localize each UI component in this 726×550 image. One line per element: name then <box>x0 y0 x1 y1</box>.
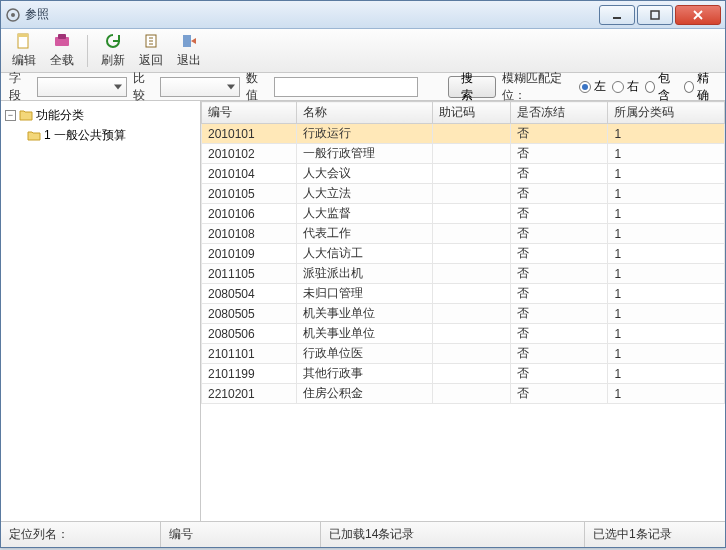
cell-mnemonic <box>432 204 510 224</box>
back-button[interactable]: 返回 <box>134 31 168 71</box>
cell-mnemonic <box>432 184 510 204</box>
fuzzy-label: 模糊匹配定位： <box>502 70 573 104</box>
table-row[interactable]: 2210201住房公积金否1 <box>202 384 725 404</box>
radio-right[interactable]: 右 <box>612 78 639 95</box>
body: − 功能分类 1 一般公共预算 编号名称助记码是否冻结所属分类码 2010101… <box>1 101 725 521</box>
tree-child-label: 1 一般公共预算 <box>44 127 126 144</box>
cell-id: 2101199 <box>202 364 297 384</box>
cell-cat: 1 <box>608 184 725 204</box>
column-header[interactable]: 助记码 <box>432 102 510 124</box>
cell-frozen: 否 <box>511 144 608 164</box>
cell-id: 2010104 <box>202 164 297 184</box>
table-row[interactable]: 2010108代表工作否1 <box>202 224 725 244</box>
fullload-button[interactable]: 全载 <box>45 31 79 71</box>
cell-cat: 1 <box>608 344 725 364</box>
cell-id: 2080504 <box>202 284 297 304</box>
svg-rect-9 <box>183 35 191 47</box>
cell-frozen: 否 <box>511 124 608 144</box>
window-buttons <box>597 5 721 25</box>
refresh-button[interactable]: 刷新 <box>96 31 130 71</box>
cell-mnemonic <box>432 244 510 264</box>
table-row[interactable]: 2011105派驻派出机否1 <box>202 264 725 284</box>
cell-mnemonic <box>432 304 510 324</box>
svg-rect-2 <box>613 17 621 19</box>
table-row[interactable]: 2010104人大会议否1 <box>202 164 725 184</box>
window-title: 参照 <box>25 6 597 23</box>
cell-mnemonic <box>432 284 510 304</box>
cell-id: 2010106 <box>202 204 297 224</box>
cell-cat: 1 <box>608 144 725 164</box>
status-selected: 已选中1条记录 <box>585 522 725 547</box>
cell-frozen: 否 <box>511 304 608 324</box>
filter-bar: 字段 比较 数值 搜索 模糊匹配定位： 左 右 包含 精确 <box>1 73 725 101</box>
search-button[interactable]: 搜索 <box>448 76 496 98</box>
cell-frozen: 否 <box>511 384 608 404</box>
tree-child[interactable]: 1 一般公共预算 <box>3 125 198 145</box>
table-row[interactable]: 2080506机关事业单位否1 <box>202 324 725 344</box>
cell-cat: 1 <box>608 324 725 344</box>
status-bar: 定位列名： 编号 已加载14条记录 已选中1条记录 <box>1 521 725 547</box>
fullload-label: 全载 <box>50 52 74 69</box>
column-header[interactable]: 编号 <box>202 102 297 124</box>
table-row[interactable]: 2010105人大立法否1 <box>202 184 725 204</box>
data-grid[interactable]: 编号名称助记码是否冻结所属分类码 2010101行政运行否12010102一般行… <box>201 101 725 521</box>
exit-button[interactable]: 退出 <box>172 31 206 71</box>
maximize-button[interactable] <box>637 5 673 25</box>
cell-cat: 1 <box>608 224 725 244</box>
cell-id: 2010102 <box>202 144 297 164</box>
table-row[interactable]: 2101101行政单位医否1 <box>202 344 725 364</box>
cell-mnemonic <box>432 224 510 244</box>
cell-cat: 1 <box>608 284 725 304</box>
column-header[interactable]: 名称 <box>297 102 433 124</box>
radio-exact[interactable]: 精确 <box>684 70 717 104</box>
minimize-button[interactable] <box>599 5 635 25</box>
tree-root-label: 功能分类 <box>36 107 84 124</box>
cell-name: 行政单位医 <box>297 344 433 364</box>
cell-cat: 1 <box>608 264 725 284</box>
table-row[interactable]: 2010109人大信访工否1 <box>202 244 725 264</box>
cell-frozen: 否 <box>511 264 608 284</box>
table-row[interactable]: 2010102一般行政管理否1 <box>202 144 725 164</box>
table-row[interactable]: 2101199其他行政事否1 <box>202 364 725 384</box>
cell-name: 人大监督 <box>297 204 433 224</box>
cell-cat: 1 <box>608 204 725 224</box>
table-row[interactable]: 2080505机关事业单位否1 <box>202 304 725 324</box>
svg-rect-7 <box>58 34 66 39</box>
radio-contain[interactable]: 包含 <box>645 70 678 104</box>
tree-root[interactable]: − 功能分类 <box>3 105 198 125</box>
refresh-icon <box>104 32 122 50</box>
back-icon <box>142 32 160 50</box>
radio-left[interactable]: 左 <box>579 78 606 95</box>
field-select[interactable] <box>37 77 127 97</box>
cell-name: 派驻派出机 <box>297 264 433 284</box>
svg-point-1 <box>11 13 15 17</box>
value-input[interactable] <box>274 77 419 97</box>
cell-mnemonic <box>432 164 510 184</box>
value-label: 数值 <box>246 70 268 104</box>
cell-id: 2010101 <box>202 124 297 144</box>
table-row[interactable]: 2080504未归口管理否1 <box>202 284 725 304</box>
fullload-icon <box>53 32 71 50</box>
back-label: 返回 <box>139 52 163 69</box>
column-header[interactable]: 是否冻结 <box>511 102 608 124</box>
cell-cat: 1 <box>608 164 725 184</box>
table-row[interactable]: 2010106人大监督否1 <box>202 204 725 224</box>
edit-button[interactable]: 编辑 <box>7 31 41 71</box>
fuzzy-match-group: 模糊匹配定位： 左 右 包含 精确 <box>502 70 717 104</box>
cell-cat: 1 <box>608 124 725 144</box>
cell-cat: 1 <box>608 304 725 324</box>
cell-name: 住房公积金 <box>297 384 433 404</box>
folder-icon <box>27 129 41 141</box>
svg-rect-5 <box>18 34 28 37</box>
cell-mnemonic <box>432 264 510 284</box>
close-button[interactable] <box>675 5 721 25</box>
collapse-icon[interactable]: − <box>5 110 16 121</box>
column-header[interactable]: 所属分类码 <box>608 102 725 124</box>
cell-name: 机关事业单位 <box>297 304 433 324</box>
cell-mnemonic <box>432 384 510 404</box>
table-row[interactable]: 2010101行政运行否1 <box>202 124 725 144</box>
cell-frozen: 否 <box>511 364 608 384</box>
compare-select[interactable] <box>160 77 240 97</box>
cell-mnemonic <box>432 324 510 344</box>
toolbar: 编辑 全载 刷新 返回 退出 <box>1 29 725 73</box>
